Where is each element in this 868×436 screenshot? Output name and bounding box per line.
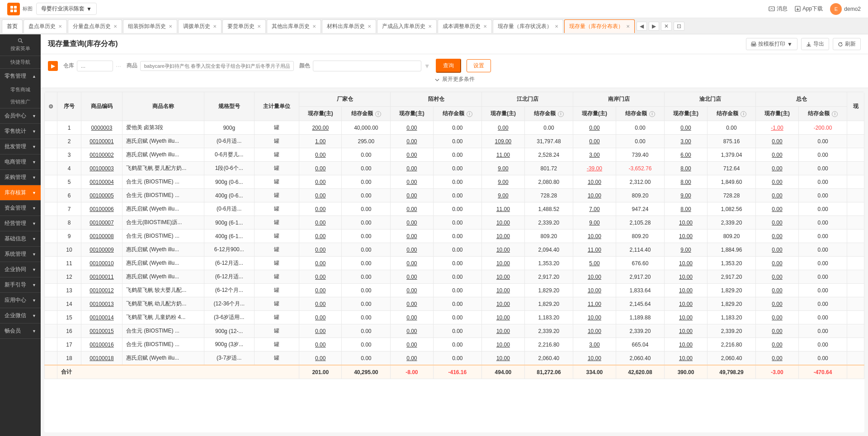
- table-cell[interactable]: 0.00: [756, 148, 798, 162]
- table-cell[interactable]: 0.00: [299, 216, 342, 230]
- table-cell[interactable]: 8.00: [665, 202, 707, 216]
- table-cell[interactable]: 10.00: [482, 270, 524, 284]
- tab-9[interactable]: 成本调整单历史 ✕: [438, 19, 492, 33]
- table-cell[interactable]: 0.00: [756, 352, 798, 366]
- table-cell[interactable]: 0.00: [391, 270, 433, 284]
- table-cell[interactable]: 10.00: [665, 324, 707, 338]
- settings-icon[interactable]: ⚙: [48, 103, 53, 110]
- tab-home[interactable]: 首页: [2, 19, 23, 33]
- tab-close-3[interactable]: ✕: [169, 24, 172, 29]
- table-cell[interactable]: 0.00: [391, 175, 433, 189]
- table-cell[interactable]: 0.00: [756, 162, 798, 175]
- refresh-btn[interactable]: 刷新: [833, 38, 861, 50]
- table-cell[interactable]: 0.00: [573, 135, 616, 148]
- sidebar-quick-nav[interactable]: 快捷导航: [0, 56, 41, 69]
- search-button[interactable]: 查询: [436, 59, 461, 73]
- warehouse-input[interactable]: [77, 61, 113, 71]
- table-cell[interactable]: 00100010: [81, 257, 122, 270]
- table-cell[interactable]: 0.00: [756, 311, 798, 324]
- table-cell[interactable]: 0.00: [299, 284, 342, 297]
- table-cell[interactable]: 3.00: [573, 338, 616, 352]
- table-cell[interactable]: 0.00: [299, 338, 342, 352]
- table-cell[interactable]: 11.00: [573, 243, 616, 257]
- tab-3[interactable]: 组装拆卸单历史 ✕: [123, 19, 177, 33]
- color-input[interactable]: [313, 61, 421, 71]
- table-cell[interactable]: 0.00: [756, 243, 798, 257]
- table-cell[interactable]: 0.00: [299, 148, 342, 162]
- table-cell[interactable]: 0.00: [391, 189, 433, 202]
- table-cell[interactable]: 1.00: [299, 135, 342, 148]
- table-cell[interactable]: 10.00: [573, 311, 616, 324]
- table-cell[interactable]: 0.00: [756, 297, 798, 311]
- table-cell[interactable]: 7.00: [573, 202, 616, 216]
- tab-2[interactable]: 分量盘点单历史 ✕: [68, 19, 122, 33]
- table-cell[interactable]: 0.00: [756, 175, 798, 189]
- info-icon-1[interactable]: i: [375, 111, 381, 117]
- table-cell[interactable]: 0.00: [299, 324, 342, 338]
- tab-6[interactable]: 其他出库单历史 ✕: [267, 19, 321, 33]
- table-cell[interactable]: 0.00: [391, 324, 433, 338]
- table-cell[interactable]: 10.00: [482, 311, 524, 324]
- table-cell[interactable]: 10.00: [665, 338, 707, 352]
- tab-1[interactable]: 盘点单历史 ✕: [24, 19, 67, 33]
- sidebar-section-guide-title[interactable]: 新手引导 ▼: [0, 277, 41, 292]
- table-cell[interactable]: 10.00: [573, 189, 616, 202]
- tab-close-all-btn[interactable]: ✕: [661, 22, 672, 31]
- table-cell[interactable]: 00100015: [81, 324, 122, 338]
- table-cell[interactable]: 0.00: [482, 121, 524, 135]
- table-cell[interactable]: 10.00: [482, 352, 524, 366]
- table-cell[interactable]: 0.00: [299, 311, 342, 324]
- table-cell[interactable]: 0.00: [756, 257, 798, 270]
- sidebar-section-member-title[interactable]: 会员中心 ▼: [0, 108, 41, 123]
- tab-next-btn[interactable]: ▶: [649, 22, 659, 31]
- tab-5[interactable]: 要货单历史 ✕: [222, 19, 266, 33]
- table-cell[interactable]: 0.00: [391, 243, 433, 257]
- table-cell[interactable]: 0.00: [756, 338, 798, 352]
- tab-close-6[interactable]: ✕: [312, 24, 316, 29]
- table-cell[interactable]: 00100008: [81, 230, 122, 243]
- tab-close-11[interactable]: ✕: [626, 24, 630, 29]
- table-cell[interactable]: 00100013: [81, 297, 122, 311]
- table-cell[interactable]: 0.00: [299, 189, 342, 202]
- table-cell[interactable]: 00100012: [81, 284, 122, 297]
- info-icon-5[interactable]: i: [741, 111, 746, 117]
- tab-10[interactable]: 现存量（库存状况表） ✕: [493, 19, 563, 33]
- sidebar-section-finance-title[interactable]: 资金管理 ▼: [0, 201, 41, 216]
- table-cell[interactable]: 0.00: [573, 121, 616, 135]
- table-cell[interactable]: 11.00: [482, 202, 524, 216]
- table-cell[interactable]: 10.00: [665, 297, 707, 311]
- table-cell[interactable]: 10.00: [573, 270, 616, 284]
- table-cell[interactable]: 9.00: [665, 243, 707, 257]
- table-cell[interactable]: 0.00: [756, 216, 798, 230]
- sidebar-section-operations-title[interactable]: 经营管理 ▼: [0, 216, 41, 231]
- table-cell[interactable]: 10.00: [665, 230, 707, 243]
- info-icon-6[interactable]: i: [832, 111, 838, 117]
- table-cell[interactable]: 10.00: [482, 230, 524, 243]
- table-cell[interactable]: 0.00: [665, 121, 707, 135]
- tab-close-4[interactable]: ✕: [213, 24, 217, 29]
- table-cell[interactable]: 8.00: [665, 162, 707, 175]
- tab-7[interactable]: 材料出库单历史 ✕: [322, 19, 376, 33]
- sidebar-section-purchase-title[interactable]: 采购管理 ▼: [0, 170, 41, 185]
- sidebar-section-ecom-title[interactable]: 电商管理 ▼: [0, 155, 41, 169]
- table-cell[interactable]: 00100002: [81, 148, 122, 162]
- table-cell[interactable]: 0.00: [299, 243, 342, 257]
- tab-close-1[interactable]: ✕: [58, 24, 62, 29]
- tab-prev-btn[interactable]: ◀: [637, 22, 647, 31]
- info-icon-2[interactable]: i: [467, 111, 472, 117]
- table-cell[interactable]: 0.00: [299, 175, 342, 189]
- table-cell[interactable]: 0.00: [756, 230, 798, 243]
- table-cell[interactable]: 0.00: [391, 338, 433, 352]
- sidebar-section-retail-stat-title[interactable]: 零售统计 ▼: [0, 124, 41, 139]
- table-cell[interactable]: 00100006: [81, 202, 122, 216]
- sidebar-section-wholesale-title[interactable]: 批发管理 ▼: [0, 139, 41, 154]
- table-cell[interactable]: 9.00: [482, 189, 524, 202]
- table-cell[interactable]: 0.00: [391, 311, 433, 324]
- table-cell[interactable]: 0.00: [756, 284, 798, 297]
- tab-close-9[interactable]: ✕: [483, 24, 487, 29]
- sidebar-section-vip-title[interactable]: 畅会员 ▼: [0, 323, 41, 338]
- table-cell[interactable]: 00100016: [81, 338, 122, 352]
- sidebar-section-basic-title[interactable]: 基础信息 ▼: [0, 231, 41, 246]
- sidebar-section-system-title[interactable]: 系统管理 ▼: [0, 247, 41, 262]
- table-cell[interactable]: 10.00: [665, 270, 707, 284]
